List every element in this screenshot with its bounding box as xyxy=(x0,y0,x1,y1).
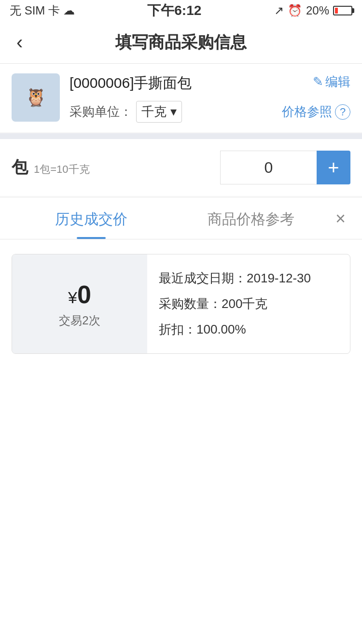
unit-dropdown-arrow: ▾ xyxy=(170,104,177,119)
product-unit-row: 采购单位： 千克 ▾ 价格参照 ? xyxy=(70,101,350,123)
price-amount: ¥0 xyxy=(68,280,91,309)
latest-date-label: 最近成交日期： xyxy=(159,271,247,285)
quantity-plus-button[interactable]: + xyxy=(317,151,350,184)
signal-text: 无 SIM 卡 ☁ xyxy=(10,3,75,18)
tabs-section: 历史成交价 商品价格参考 × ¥0 交易2次 最近成交日期：2019-12-30… xyxy=(0,198,362,368)
price-value: 0 xyxy=(77,280,91,308)
purchase-qty-label: 采购数量： xyxy=(159,296,222,311)
quantity-control: + xyxy=(220,151,350,184)
status-time: 下午6:12 xyxy=(147,1,201,20)
bottom-area xyxy=(0,368,362,644)
unit-selector[interactable]: 千克 ▾ xyxy=(136,101,182,123)
discount-row: 折扣：100.00% xyxy=(159,320,338,339)
discount-label: 折扣： xyxy=(159,322,196,336)
quantity-unit-big: 包 xyxy=(12,156,28,179)
back-button[interactable]: ‹ xyxy=(12,27,28,58)
trade-count: 交易2次 xyxy=(59,313,100,328)
currency-symbol: ¥ xyxy=(68,288,77,307)
purchase-qty-value: 200千克 xyxy=(222,296,267,311)
discount-value: 100.00% xyxy=(196,322,246,336)
battery-icon xyxy=(333,6,352,15)
tabs-close-button[interactable]: × xyxy=(331,205,350,232)
tabs-header: 历史成交价 商品价格参考 × xyxy=(0,198,362,239)
product-thumbnail: 🦉 xyxy=(12,73,60,122)
product-section: 🦉 [0000006]手撕面包 ✎ 编辑 采购单位： 千克 ▾ 价格参照 ? xyxy=(0,64,362,132)
price-card: ¥0 交易2次 最近成交日期：2019-12-30 采购数量：200千克 折扣：… xyxy=(12,254,350,354)
unit-value: 千克 xyxy=(141,103,167,120)
nav-bar: ‹ 填写商品采购信息 xyxy=(0,21,362,64)
section-divider xyxy=(0,133,362,139)
location-icon: ↗ xyxy=(274,4,284,17)
quantity-row: 包 1包=10千克 + xyxy=(0,139,362,196)
page-title: 填写商品采购信息 xyxy=(115,31,247,54)
price-ref-button[interactable]: 价格参照 ? xyxy=(282,103,350,120)
product-info: [0000006]手撕面包 ✎ 编辑 采购单位： 千克 ▾ 价格参照 ? xyxy=(70,73,350,123)
quantity-input[interactable] xyxy=(220,151,317,184)
price-ref-help-icon: ? xyxy=(335,104,350,120)
edit-icon: ✎ xyxy=(313,74,323,89)
edit-button[interactable]: ✎ 编辑 xyxy=(313,73,350,90)
battery-percentage: 20% xyxy=(306,4,329,17)
product-header: [0000006]手撕面包 ✎ 编辑 xyxy=(70,73,350,93)
product-thumb-icon: 🦉 xyxy=(25,87,47,108)
price-card-right: 最近成交日期：2019-12-30 采购数量：200千克 折扣：100.00% xyxy=(147,254,350,353)
edit-label: 编辑 xyxy=(325,73,350,90)
price-card-left: ¥0 交易2次 xyxy=(12,254,147,353)
status-bar: 无 SIM 卡 ☁ 下午6:12 ↗ ⏰ 20% xyxy=(0,0,362,21)
purchase-qty-row: 采购数量：200千克 xyxy=(159,294,338,313)
latest-date-row: 最近成交日期：2019-12-30 xyxy=(159,269,338,288)
unit-label: 采购单位： xyxy=(70,103,132,120)
alarm-icon: ⏰ xyxy=(288,4,302,17)
status-left: 无 SIM 卡 ☁ xyxy=(10,3,75,18)
quantity-unit-small: 1包=10千克 xyxy=(34,162,90,177)
quantity-label: 包 1包=10千克 xyxy=(12,156,90,179)
latest-date-value: 2019-12-30 xyxy=(247,271,311,285)
product-name: [0000006]手撕面包 xyxy=(70,73,192,93)
price-card-container: ¥0 交易2次 最近成交日期：2019-12-30 采购数量：200千克 折扣：… xyxy=(0,239,362,368)
tab-history-price[interactable]: 历史成交价 xyxy=(12,198,171,239)
tab-price-reference[interactable]: 商品价格参考 xyxy=(171,198,330,239)
status-right: ↗ ⏰ 20% xyxy=(274,4,352,17)
price-ref-label: 价格参照 xyxy=(282,103,332,120)
